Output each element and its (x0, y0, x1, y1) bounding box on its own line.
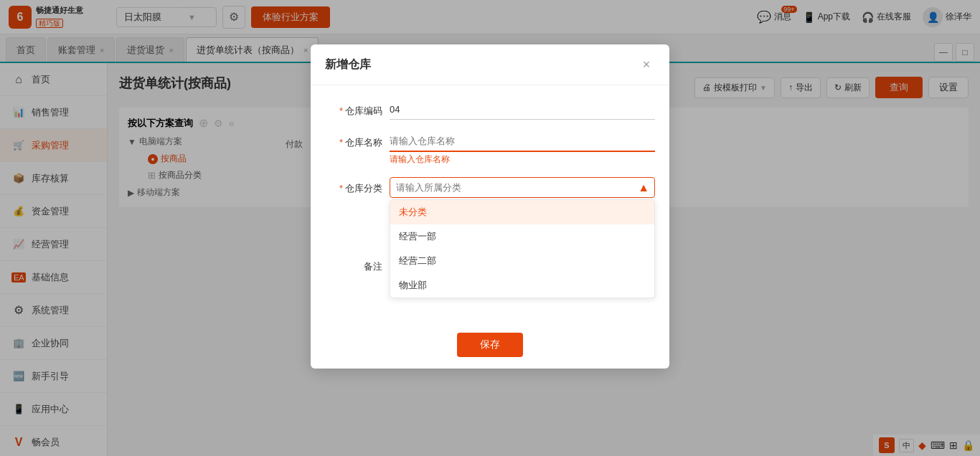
warehouse-name-row: *仓库名称 请输入仓库名称 (325, 131, 655, 166)
warehouse-code-row: *仓库编码 (325, 100, 655, 120)
dropdown-item-dept3[interactable]: 物业部 (390, 273, 654, 298)
name-error-text: 请输入仓库名称 (390, 153, 655, 166)
category-label: *仓库分类 (325, 177, 382, 195)
category-dropdown: 未分类 经营一部 经营二部 物业部 (390, 199, 655, 298)
dropdown-item-dept1[interactable]: 经营一部 (390, 224, 654, 249)
name-field-wrapper: 请输入仓库名称 (390, 131, 655, 166)
dialog-header: 新增仓库 × (311, 44, 669, 85)
dialog-body: *仓库编码 *仓库名称 请输入仓库名称 *仓库分类 (311, 85, 669, 324)
code-label: *仓库编码 (325, 100, 382, 118)
dialog-title: 新增仓库 (325, 57, 371, 72)
new-warehouse-dialog: 新增仓库 × *仓库编码 *仓库名称 请输入仓库名称 (311, 44, 669, 369)
category-input[interactable] (390, 177, 655, 198)
warehouse-name-input[interactable] (390, 131, 655, 152)
modal-overlay[interactable]: 新增仓库 × *仓库编码 *仓库名称 请输入仓库名称 (0, 0, 980, 456)
warehouse-category-row: *仓库分类 ▲ 未分类 经营一部 经营二部 物业部 (325, 177, 655, 198)
dropdown-item-dept2[interactable]: 经营二部 (390, 249, 654, 273)
category-input-wrapper: ▲ 未分类 经营一部 经营二部 物业部 (390, 177, 655, 198)
dropdown-item-unclassified[interactable]: 未分类 (390, 200, 654, 224)
dialog-close-button[interactable]: × (638, 56, 655, 73)
name-label: *仓库名称 (325, 131, 382, 149)
remark-label: 备注 (325, 255, 382, 273)
warehouse-code-input[interactable] (390, 100, 655, 120)
dialog-footer: 保存 (311, 324, 669, 369)
save-button[interactable]: 保存 (457, 333, 523, 357)
